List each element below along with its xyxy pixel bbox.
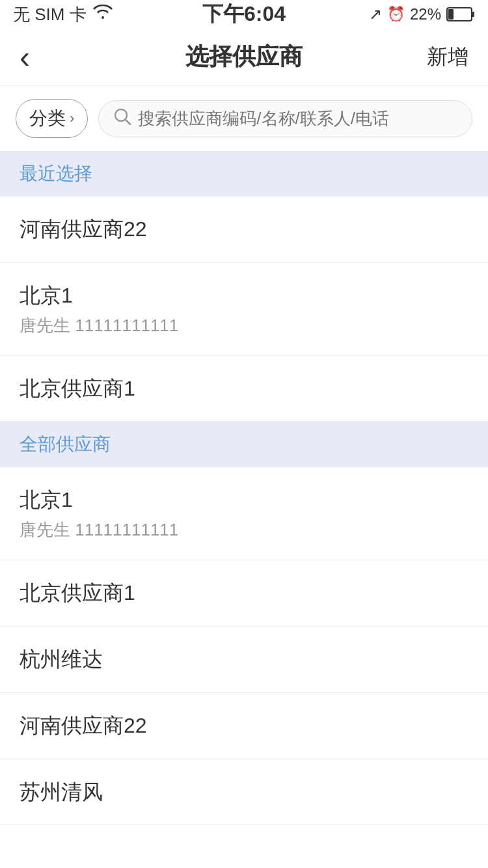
recent-section-header: 最近选择 — [0, 151, 488, 197]
recent-list-item[interactable]: 河南供应商22 — [0, 197, 488, 263]
search-box — [98, 100, 472, 137]
item-name: 北京1 — [20, 281, 468, 310]
all-list-item[interactable]: 苏州清风 — [0, 759, 488, 826]
status-right: ↗ ⏰ 22% — [369, 5, 475, 23]
add-button[interactable]: 新增 — [427, 43, 468, 72]
recent-list-item[interactable]: 北京供应商1 — [0, 356, 488, 422]
all-section-label: 全部供应商 — [20, 434, 111, 454]
item-name: 河南供应商22 — [20, 711, 468, 740]
page-title: 选择供应商 — [185, 41, 303, 73]
item-name: 苏州清风 — [20, 778, 468, 807]
all-list-item[interactable]: 杭州维达 — [0, 627, 488, 693]
all-items-list: 北京1唐先生 11111111111北京供应商1杭州维达河南供应商22苏州清风 — [0, 467, 488, 825]
item-sub: 唐先生 11111111111 — [20, 314, 468, 337]
search-input[interactable] — [138, 109, 457, 129]
all-list-item[interactable]: 河南供应商22 — [0, 693, 488, 759]
alarm-icon: ⏰ — [387, 6, 405, 23]
carrier-text: 无 SIM 卡 — [13, 3, 87, 26]
all-list-item[interactable]: 北京供应商1 — [0, 560, 488, 627]
svg-rect-2 — [448, 9, 454, 20]
battery-icon — [446, 7, 475, 21]
search-icon — [113, 107, 131, 130]
item-name: 北京1 — [20, 485, 468, 515]
all-section-header: 全部供应商 — [0, 422, 488, 467]
item-name: 北京供应商1 — [20, 578, 468, 608]
item-name: 杭州维达 — [20, 645, 468, 674]
filter-bar: 分类 › — [0, 86, 488, 151]
all-list-item[interactable]: 北京1唐先生 11111111111 — [0, 467, 488, 560]
svg-line-4 — [126, 120, 130, 124]
recent-items-list: 河南供应商22北京1唐先生 11111111111北京供应商1 — [0, 197, 488, 422]
recent-list-item[interactable]: 北京1唐先生 11111111111 — [0, 263, 488, 356]
svg-rect-1 — [472, 12, 474, 17]
category-filter-button[interactable]: 分类 › — [16, 99, 88, 138]
nav-bar: ‹ 选择供应商 新增 — [0, 29, 488, 86]
item-name: 北京供应商1 — [20, 374, 468, 403]
back-button[interactable]: ‹ — [20, 42, 30, 73]
status-left: 无 SIM 卡 — [13, 3, 113, 26]
status-time: 下午6:04 — [202, 0, 286, 29]
recent-section-label: 最近选择 — [20, 163, 92, 183]
location-icon: ↗ — [369, 5, 382, 23]
chevron-right-icon: › — [70, 110, 74, 127]
battery-text: 22% — [410, 5, 441, 23]
status-bar: 无 SIM 卡 下午6:04 ↗ ⏰ 22% — [0, 0, 488, 29]
item-name: 河南供应商22 — [20, 215, 468, 244]
item-sub: 唐先生 11111111111 — [20, 519, 468, 541]
wifi-icon — [93, 5, 113, 24]
category-label: 分类 — [29, 106, 66, 131]
